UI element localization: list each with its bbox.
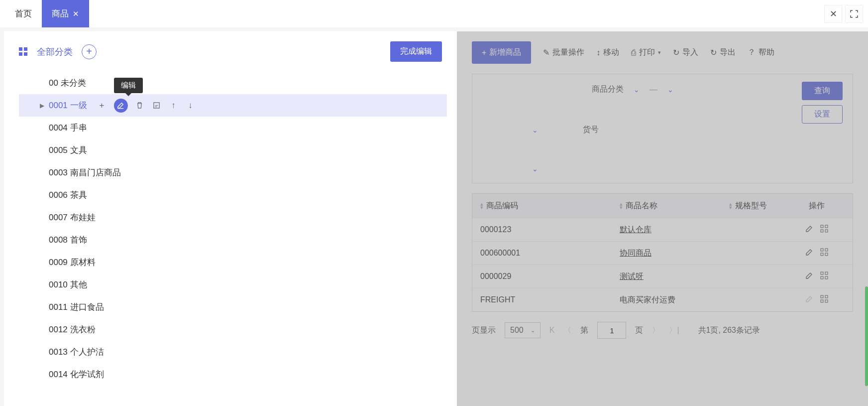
edit-button[interactable]: 编辑: [114, 99, 128, 113]
prev-page-button[interactable]: 〈: [563, 325, 571, 336]
edit-tooltip: 编辑: [114, 78, 143, 93]
batch-ops-button[interactable]: ✎批量操作: [543, 47, 584, 58]
close-icon[interactable]: ✕: [73, 9, 79, 18]
category-item[interactable]: 0014 化学试剂: [19, 363, 447, 386]
help-icon: ？: [748, 47, 756, 58]
category-item[interactable]: 0008 首饰: [19, 229, 447, 251]
row-edit-button[interactable]: [805, 225, 813, 235]
last-page-button[interactable]: 〉|: [669, 325, 679, 336]
add-child-button[interactable]: +: [97, 101, 107, 111]
settings-button[interactable]: 设置: [802, 105, 843, 124]
edit-icon: [805, 295, 813, 303]
category-item[interactable]: 0013 个人护洁: [19, 341, 447, 363]
batch-label: 批量操作: [552, 47, 584, 58]
table-row[interactable]: FREIGHT电商买家付运费: [472, 288, 853, 311]
sort-icon: ▴▾: [729, 202, 732, 209]
cell-ops: [781, 248, 853, 258]
per-page-label: 页显示: [472, 325, 496, 336]
per-page-select[interactable]: 500⌄: [505, 322, 541, 338]
row-more-button[interactable]: [820, 295, 828, 305]
edit-icon: [805, 248, 813, 256]
table-row[interactable]: 0000123默认仓库: [472, 218, 853, 241]
print-button[interactable]: ⎙打印▾: [631, 47, 661, 58]
chevron-down-icon[interactable]: ⌄: [532, 165, 538, 173]
query-button[interactable]: 查询: [802, 82, 843, 100]
sub-button[interactable]: [152, 101, 162, 111]
svg-rect-4: [825, 230, 828, 232]
export-label: 导出: [720, 47, 736, 58]
tab-product-label: 商品: [52, 8, 69, 19]
tab-home[interactable]: 首页: [5, 0, 42, 27]
per-page-value: 500: [510, 326, 524, 335]
category-label: 0014 化学试剂: [49, 369, 104, 380]
move-down-button[interactable]: ↓: [186, 101, 196, 111]
help-button[interactable]: ？帮助: [748, 47, 774, 58]
category-item[interactable]: 0009 原材料: [19, 251, 447, 273]
category-label: 0010 其他: [49, 279, 87, 290]
table-header: ▴▾商品编码 ▴▾商品名称 ▴▾规格型号 操作: [472, 194, 853, 218]
table-row[interactable]: 000600001协同商品: [472, 241, 853, 265]
col-spec-header[interactable]: ▴▾规格型号: [721, 201, 781, 211]
filter-sku-label: 货号: [583, 125, 599, 135]
svg-rect-5: [821, 249, 823, 251]
category-item[interactable]: 0006 茶具: [19, 184, 447, 206]
finish-edit-button[interactable]: 完成编辑: [390, 41, 442, 62]
page-input[interactable]: [597, 322, 626, 339]
import-button[interactable]: ↻导入: [673, 47, 698, 58]
first-page-button[interactable]: K: [549, 326, 555, 335]
product-link[interactable]: 测试呀: [620, 271, 644, 282]
svg-rect-2: [825, 225, 828, 228]
sub-icon: [153, 102, 160, 109]
add-product-button[interactable]: +新增商品: [472, 41, 531, 64]
product-link[interactable]: 默认仓库: [620, 225, 651, 235]
tab-product[interactable]: 商品 ✕: [42, 0, 89, 27]
col-code-header[interactable]: ▴▾商品编码: [472, 201, 612, 211]
category-item[interactable]: 0011 进口食品: [19, 296, 447, 318]
chevron-down-icon[interactable]: ⌄: [667, 86, 673, 94]
row-more-button[interactable]: [820, 225, 828, 235]
col-spec-label: 规格型号: [735, 201, 767, 211]
plus-icon: +: [482, 48, 486, 57]
category-label: 0004 手串: [49, 122, 87, 134]
svg-rect-13: [821, 295, 823, 298]
category-tree[interactable]: 00 未分类▶0001 一级+编辑↑↓0004 手串0005 文具0003 南昌…: [19, 72, 457, 406]
svg-rect-10: [825, 272, 828, 274]
row-more-button[interactable]: [820, 248, 828, 258]
delete-button[interactable]: [135, 101, 145, 111]
category-item[interactable]: 0010 其他: [19, 273, 447, 296]
close-all-button[interactable]: ✕: [824, 5, 842, 23]
category-item[interactable]: 0007 布娃娃: [19, 206, 447, 229]
next-page-button[interactable]: 〉: [652, 325, 660, 336]
category-item[interactable]: 0012 洗衣粉: [19, 318, 447, 341]
move-label: 移动: [603, 47, 619, 58]
trash-icon: [136, 102, 143, 109]
cell-name: 默认仓库: [612, 225, 721, 235]
category-item[interactable]: 0005 文具: [19, 139, 447, 161]
export-button[interactable]: ↻导出: [710, 47, 736, 58]
category-item[interactable]: 0004 手串: [19, 117, 447, 139]
category-item[interactable]: ▶0001 一级+编辑↑↓: [19, 94, 447, 117]
chevron-down-icon[interactable]: ⌄: [532, 126, 538, 134]
category-item[interactable]: 00 未分类: [19, 72, 447, 94]
tabs-bar: 首页 商品 ✕ ✕: [0, 0, 868, 27]
category-item[interactable]: 0003 南昌门店商品: [19, 161, 447, 184]
product-name: 电商买家付运费: [620, 295, 675, 305]
pager-summary: 共1页, 263条记录: [698, 325, 760, 336]
all-categories-label[interactable]: 全部分类: [37, 46, 73, 58]
add-category-button[interactable]: +: [82, 44, 97, 59]
cell-name: 电商买家付运费: [612, 295, 721, 305]
category-label: 0009 原材料: [49, 257, 96, 268]
row-edit-button[interactable]: [805, 271, 813, 281]
move-button[interactable]: ↕移动: [596, 47, 619, 58]
svg-rect-15: [821, 300, 823, 302]
cell-code: FREIGHT: [472, 295, 612, 304]
print-icon: ⎙: [631, 48, 636, 57]
product-link[interactable]: 协同商品: [620, 248, 651, 259]
chevron-down-icon[interactable]: ⌄: [634, 86, 640, 94]
table-row[interactable]: 0000029测试呀: [472, 265, 853, 288]
col-name-header[interactable]: ▴▾商品名称: [612, 201, 721, 211]
move-up-button[interactable]: ↑: [169, 101, 179, 111]
row-more-button[interactable]: [820, 271, 828, 281]
fullscreen-button[interactable]: [845, 5, 863, 23]
row-edit-button[interactable]: [805, 248, 813, 258]
